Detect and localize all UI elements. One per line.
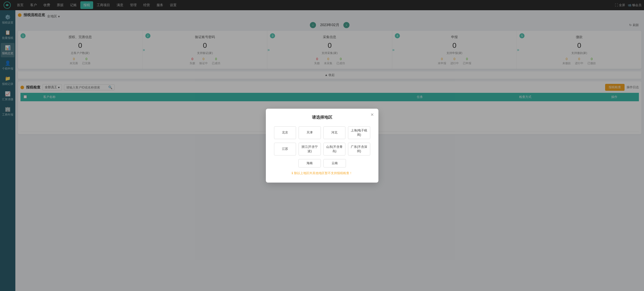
region-grid-row3: 海南 云南 (274, 159, 370, 167)
region-grid-row1: 北京 天津 河北 上海(电子税局) (274, 126, 370, 139)
modal-warning: ℹ 除以上地区外其他地区暂不支持报税检查！ (274, 171, 370, 175)
region-btn-guangdong[interactable]: 广东(不含深圳) (348, 143, 370, 155)
region-select-modal: ✕ 请选择地区 北京 天津 河北 上海(电子税局) 江苏 浙江(不含宁波) 山东… (266, 109, 378, 183)
modal-overlay: ✕ 请选择地区 北京 天津 河北 上海(电子税局) 江苏 浙江(不含宁波) 山东… (0, 0, 644, 291)
region-btn-hainan[interactable]: 海南 (298, 159, 321, 167)
region-btn-beijing[interactable]: 北京 (274, 126, 296, 139)
region-btn-hebei[interactable]: 河北 (323, 126, 346, 139)
region-btn-jiangsu[interactable]: 江苏 (274, 143, 296, 155)
warning-icon: ℹ (292, 171, 293, 175)
modal-title: 请选择地区 (274, 115, 370, 120)
region-btn-shandong[interactable]: 山东(不含青岛) (323, 143, 346, 155)
region-btn-zhejiang[interactable]: 浙江(不含宁波) (299, 143, 321, 155)
region-btn-yunnan[interactable]: 云南 (323, 159, 346, 167)
warning-text: 除以上地区外其他地区暂不支持报税检查！ (294, 171, 352, 175)
region-btn-shanghai[interactable]: 上海(电子税局) (348, 126, 370, 139)
region-btn-tianjin[interactable]: 天津 (299, 126, 321, 139)
modal-close-btn[interactable]: ✕ (370, 112, 374, 117)
region-grid-row2: 江苏 浙江(不含宁波) 山东(不含青岛) 广东(不含深圳) (274, 143, 370, 155)
